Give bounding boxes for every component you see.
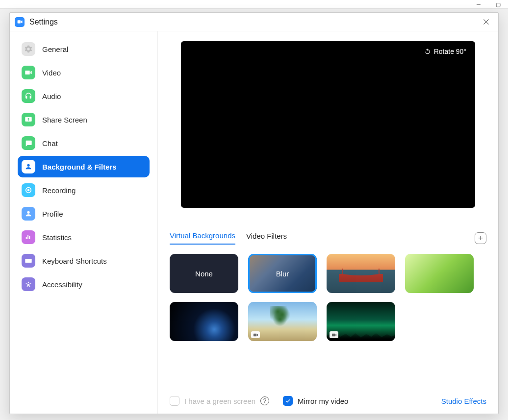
background-blur[interactable]: Blur (248, 254, 317, 293)
add-background-button[interactable]: + (475, 232, 486, 244)
statistics-icon (22, 230, 35, 244)
sidebar-item-video[interactable]: Video (18, 62, 150, 83)
mirror-checkbox[interactable] (283, 396, 293, 406)
plus-icon: + (478, 234, 483, 242)
sidebar-item-label: Recording (42, 186, 76, 195)
record-icon (22, 183, 35, 197)
sidebar-item-profile[interactable]: Profile (18, 203, 150, 224)
rotate-ccw-icon (424, 48, 431, 55)
sidebar-item-general[interactable]: General (18, 38, 150, 60)
background-beach[interactable] (248, 302, 317, 341)
person-background-icon (22, 160, 35, 173)
background-aurora[interactable] (327, 302, 395, 341)
outer-minimize-button[interactable]: ─ (469, 0, 488, 9)
green-screen-checkbox[interactable] (170, 396, 179, 406)
background-earth[interactable] (170, 302, 238, 341)
green-screen-help-icon[interactable]: ? (260, 396, 269, 405)
mirror-label: Mirror my video (298, 397, 348, 405)
tab-virtual-backgrounds[interactable]: Virtual Backgrounds (170, 231, 235, 245)
sidebar-item-label: Video (42, 69, 61, 77)
titlebar: Settings (10, 13, 498, 31)
sidebar-item-label: General (42, 45, 68, 53)
sidebar-item-label: Keyboard Shortcuts (42, 257, 107, 265)
keyboard-icon (22, 254, 35, 268)
camera-icon (22, 66, 35, 79)
content-panel: Rotate 90° Virtual Backgrounds Video Fil… (158, 31, 498, 414)
background-grid: None Blur (170, 254, 486, 341)
sidebar-item-audio[interactable]: Audio (18, 85, 150, 107)
green-screen-label: I have a green screen (184, 397, 255, 405)
rotate-label: Rotate 90° (434, 48, 466, 55)
outer-maximize-button[interactable]: ▢ (488, 0, 508, 9)
rotate-90-button[interactable]: Rotate 90° (419, 45, 471, 58)
profile-icon (22, 207, 35, 221)
video-indicator-icon (251, 331, 260, 338)
background-grass[interactable] (405, 254, 474, 293)
background-blur-label: Blur (276, 270, 289, 278)
sidebar-item-label: Statistics (42, 233, 72, 242)
background-tabs: Virtual Backgrounds Video Filters + (170, 231, 486, 245)
background-none-label: None (195, 270, 213, 278)
settings-window: Settings General Video (9, 12, 499, 414)
green-screen-option[interactable]: I have a green screen (170, 396, 255, 406)
video-preview: Rotate 90° (181, 41, 475, 208)
sidebar-item-share-screen[interactable]: Share Screen (18, 109, 150, 130)
video-indicator-icon (330, 331, 338, 338)
mirror-option[interactable]: Mirror my video (283, 396, 348, 406)
share-screen-icon (22, 113, 35, 126)
sidebar-item-label: Share Screen (42, 116, 87, 124)
studio-effects-link[interactable]: Studio Effects (441, 397, 486, 405)
sidebar-item-background-filters[interactable]: Background & Filters (18, 156, 150, 177)
svg-point-1 (27, 189, 30, 192)
zoom-logo-icon (15, 17, 25, 27)
close-button[interactable] (479, 15, 493, 29)
sidebar-item-chat[interactable]: Chat (18, 132, 150, 154)
accessibility-icon (22, 277, 35, 291)
background-none[interactable]: None (170, 254, 238, 293)
outer-window-chrome: ─ ▢ (0, 0, 508, 9)
sidebar-item-label: Background & Filters (42, 163, 117, 171)
close-icon (483, 18, 490, 25)
settings-title: Settings (29, 18, 58, 26)
tab-video-filters[interactable]: Video Filters (246, 232, 287, 244)
sidebar-item-accessibility[interactable]: Accessibility (18, 273, 150, 295)
sidebar-item-label: Profile (42, 210, 63, 218)
sidebar-item-label: Chat (42, 139, 58, 148)
footer-row: I have a green screen ? Mirror my video … (170, 391, 486, 406)
settings-sidebar: General Video Audio Share Screen (10, 31, 158, 414)
chat-icon (22, 136, 35, 150)
sidebar-item-statistics[interactable]: Statistics (18, 226, 150, 248)
sidebar-item-label: Audio (42, 92, 61, 100)
background-golden-gate[interactable] (327, 254, 395, 293)
sidebar-item-label: Accessibility (42, 280, 82, 289)
sidebar-item-recording[interactable]: Recording (18, 179, 150, 201)
sidebar-item-keyboard-shortcuts[interactable]: Keyboard Shortcuts (18, 250, 150, 272)
headphones-icon (22, 89, 35, 103)
check-icon (285, 398, 291, 404)
gear-icon (22, 42, 35, 56)
